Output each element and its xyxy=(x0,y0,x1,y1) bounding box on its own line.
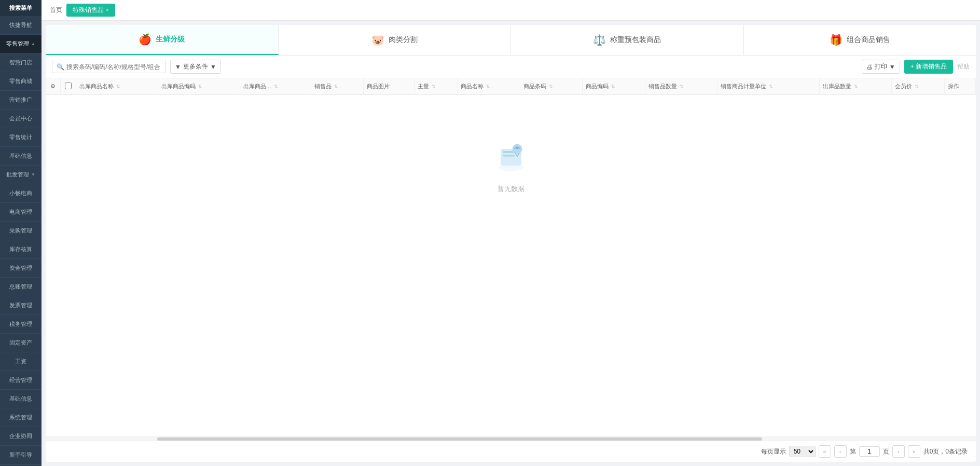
sidebar-item-label: 零售管理 xyxy=(6,40,29,48)
add-product-button[interactable]: + 新增销售品 xyxy=(904,60,953,74)
sidebar-item-enterprise-coop[interactable]: 企业协同 xyxy=(0,427,42,446)
meat-icon: 🐷 xyxy=(371,34,384,46)
sort-icon: ⇅ xyxy=(549,84,553,89)
sidebar-item-label: 采购管理 xyxy=(9,227,32,235)
sort-icon: ⇅ xyxy=(486,84,490,89)
th-out-name[interactable]: 出库商品名称 ⇅ xyxy=(76,78,158,95)
th-sale-unit[interactable]: 销售商品计量单位 ⇅ xyxy=(717,78,819,95)
page-body: 🍎 生鲜分级 🐷 肉类分割 ⚖️ 称重预包装商品 🎁 组合商品销售 🔍 xyxy=(46,25,976,462)
sidebar-item-ecom-mgmt[interactable]: 电商管理 xyxy=(0,203,42,222)
sort-icon: ⇅ xyxy=(116,84,120,89)
sidebar-item-label: 发票管理 xyxy=(9,301,32,309)
sidebar-item-newbie-guide[interactable]: 新手引导 xyxy=(0,446,42,464)
filter-button[interactable]: ▼ 更多条件 ▼ xyxy=(170,60,221,74)
sidebar-item-wholesale-mgmt[interactable]: 批发管理 ▼ xyxy=(0,166,42,184)
table-wrapper: ⚙ 出库商品名称 ⇅ 出库商品编码 ⇅ 出库商品 xyxy=(46,78,976,436)
sidebar-item-retail-mgmt[interactable]: 零售管理 ▲ xyxy=(0,35,42,53)
page-number-input[interactable] xyxy=(859,446,880,457)
prev-page-button[interactable]: ‹ xyxy=(834,445,847,458)
horizontal-scrollbar[interactable] xyxy=(46,436,976,441)
pagination: 每页显示 50 10 20 100 « ‹ 第 页 › » 共0页，0条记录 xyxy=(46,441,976,462)
sidebar-item-retail-mall[interactable]: 零售商城 xyxy=(0,72,42,91)
sidebar-item-retail-stats[interactable]: 零售统计 xyxy=(0,128,42,147)
select-all-checkbox[interactable] xyxy=(65,83,72,89)
th-sale-qty[interactable]: 销售品数量 ⇅ xyxy=(645,78,717,95)
sidebar-item-salary[interactable]: 工资 xyxy=(0,352,42,371)
sidebar-item-finance[interactable]: 资金管理 xyxy=(0,259,42,278)
print-button[interactable]: 🖨 打印 ▼ xyxy=(862,60,900,74)
sidebar-item-fixed-assets[interactable]: 固定资产 xyxy=(0,334,42,352)
sidebar-item-inventory[interactable]: 库存核算 xyxy=(0,240,42,259)
fresh-icon: 🍎 xyxy=(139,33,151,46)
filter-arrow: ▼ xyxy=(210,63,216,71)
tab-meat[interactable]: 🐷 肉类分割 xyxy=(279,25,512,55)
th-out-code[interactable]: 出库商品编码 ⇅ xyxy=(158,78,240,95)
th-settings[interactable]: ⚙ xyxy=(46,78,60,95)
sidebar-item-general-ledger[interactable]: 总账管理 xyxy=(0,278,42,296)
data-table: ⚙ 出库商品名称 ⇅ 出库商品编码 ⇅ 出库商品 xyxy=(46,78,976,95)
th-member-price[interactable]: 会员价 ⇅ xyxy=(892,78,945,95)
th-checkbox[interactable] xyxy=(60,78,76,95)
sort-icon: ⇅ xyxy=(274,84,278,89)
sort-icon: ⇅ xyxy=(334,84,338,89)
sort-icon: ⇅ xyxy=(432,84,436,89)
sidebar-item-label: 系统管理 xyxy=(9,414,32,421)
th-barcode[interactable]: 商品条码 ⇅ xyxy=(520,78,583,95)
sidebar-item-mini-ecom[interactable]: 小畅电商 xyxy=(0,184,42,203)
sidebar-item-label: 零售统计 xyxy=(9,133,32,141)
th-out-qty[interactable]: 出库品数量 ⇅ xyxy=(819,78,891,95)
th-main-unit[interactable]: 主量 ⇅ xyxy=(415,78,458,95)
tab-fresh[interactable]: 🍎 生鲜分级 xyxy=(46,25,279,55)
sidebar-search[interactable]: 搜索菜单 xyxy=(0,0,42,16)
sidebar-item-label: 电商管理 xyxy=(9,208,32,216)
search-input[interactable] xyxy=(66,63,161,71)
search-box[interactable]: 🔍 xyxy=(52,61,166,73)
tab-combo[interactable]: 🎁 组合商品销售 xyxy=(744,25,976,55)
first-page-button[interactable]: « xyxy=(819,445,831,458)
active-tab[interactable]: 特殊销售品 × xyxy=(66,4,115,17)
sidebar-item-tax-mgmt[interactable]: 税务管理 xyxy=(0,315,42,334)
th-out-spec[interactable]: 出库商品... ⇅ xyxy=(240,78,311,95)
sort-icon: ⇅ xyxy=(680,84,684,89)
sort-icon: ⇅ xyxy=(915,84,919,89)
sidebar-item-basic-info2[interactable]: 基础信息 xyxy=(0,390,42,408)
topbar: 首页 特殊销售品 × xyxy=(42,0,980,21)
toolbar: 🔍 ▼ 更多条件 ▼ 🖨 打印 ▼ + 新增销售品 帮助 xyxy=(46,56,976,78)
add-label: + 新增销售品 xyxy=(910,62,947,71)
sidebar-item-marketing[interactable]: 营销推广 xyxy=(0,91,42,109)
close-icon[interactable]: × xyxy=(106,7,109,13)
sidebar-item-basic-info[interactable]: 基础信息 xyxy=(0,147,42,166)
last-page-button[interactable]: » xyxy=(908,445,920,458)
empty-state: 暂无数据 xyxy=(46,95,976,235)
th-sale-item[interactable]: 销售品 ⇅ xyxy=(311,78,364,95)
sidebar-item-ops-mgmt[interactable]: 经营管理 xyxy=(0,371,42,390)
sidebar-item-purchase-mgmt[interactable]: 采购管理 xyxy=(0,222,42,240)
sort-icon: ⇅ xyxy=(198,84,202,89)
tab-scale-label: 称重预包装商品 xyxy=(610,35,661,45)
sidebar-item-quick-nav[interactable]: 快捷导航 xyxy=(0,16,42,35)
tab-meat-label: 肉类分割 xyxy=(389,35,418,45)
th-image[interactable]: 商品图片 xyxy=(364,78,415,95)
sidebar-item-sys-mgmt[interactable]: 系统管理 xyxy=(0,408,42,427)
sort-icon: ⇅ xyxy=(854,84,858,89)
chevron-icon: ▲ xyxy=(31,42,35,46)
page-size-label: 每页显示 xyxy=(761,447,786,456)
th-product-code[interactable]: 商品编码 ⇅ xyxy=(583,78,645,95)
sidebar-item-label: 会员中心 xyxy=(9,115,32,122)
help-button[interactable]: 帮助 xyxy=(957,62,970,71)
sidebar-item-smart-store[interactable]: 智慧门店 xyxy=(0,53,42,72)
sidebar-item-label: 总账管理 xyxy=(9,283,32,291)
tab-combo-label: 组合商品销售 xyxy=(847,35,890,45)
empty-text: 暂无数据 xyxy=(498,184,524,194)
sidebar-item-member-center[interactable]: 会员中心 xyxy=(0,109,42,128)
sidebar-item-label: 经营管理 xyxy=(9,376,32,384)
th-actions: 操作 xyxy=(944,78,975,95)
sort-icon: ⇅ xyxy=(611,84,615,89)
th-product-name[interactable]: 商品名称 ⇅ xyxy=(458,78,520,95)
next-page-button[interactable]: › xyxy=(892,445,905,458)
tab-scale[interactable]: ⚖️ 称重预包装商品 xyxy=(511,25,744,55)
home-tab[interactable]: 首页 xyxy=(50,6,62,15)
sidebar-item-invoice-mgmt[interactable]: 发票管理 xyxy=(0,296,42,315)
page-size-select[interactable]: 50 10 20 100 xyxy=(789,446,816,457)
tab-fresh-label: 生鲜分级 xyxy=(156,35,185,44)
